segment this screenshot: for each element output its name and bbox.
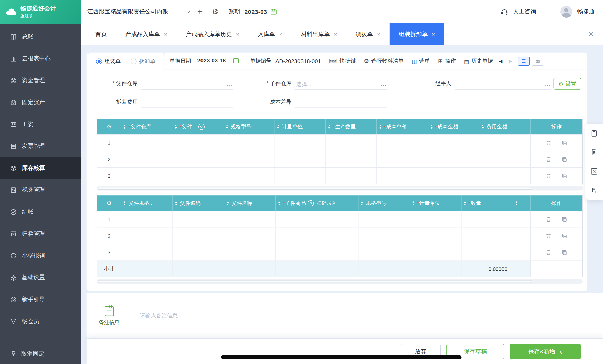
prev-arrow-icon[interactable] [499, 58, 502, 64]
copy-add-row-icon[interactable] [562, 233, 567, 239]
delete-row-icon[interactable] [546, 140, 551, 146]
table-cell[interactable] [121, 228, 173, 244]
copy-add-row-icon[interactable] [562, 140, 567, 146]
handler-input[interactable] [455, 81, 551, 89]
table-cell[interactable] [462, 228, 513, 244]
horizontal-scrollbar[interactable] [97, 279, 583, 284]
settings-button[interactable]: 设置 [553, 78, 581, 90]
table-cell[interactable] [172, 135, 223, 151]
child-warehouse-input[interactable] [295, 81, 387, 89]
document-lines-icon[interactable] [590, 148, 598, 156]
copy-add-row-icon[interactable] [562, 157, 567, 162]
support-link[interactable]: 人工咨询 [513, 8, 536, 15]
sort-icon[interactable] [123, 125, 126, 129]
sort-icon[interactable] [464, 201, 466, 205]
delete-row-icon[interactable] [546, 216, 551, 222]
table-cell[interactable] [274, 151, 326, 167]
sidebar-item-salary[interactable]: 工资 [0, 113, 81, 135]
table-cell[interactable] [173, 211, 224, 228]
sort-icon[interactable] [227, 201, 229, 205]
sort-icon[interactable] [482, 125, 484, 129]
table-cell[interactable] [377, 151, 428, 167]
table-cell[interactable] [377, 168, 428, 184]
column-header[interactable]: 费用金额 [479, 119, 531, 134]
column-header[interactable]: 计量单位 [274, 119, 326, 134]
list-view-button[interactable] [518, 57, 530, 66]
table-cell[interactable] [410, 244, 462, 261]
sidebar-item-tax[interactable]: 税务管理 [0, 179, 81, 201]
disassembly-fee-input[interactable] [141, 99, 233, 107]
radio-disassemble[interactable]: 拆卸单 [131, 58, 155, 65]
close-tab-icon[interactable] [334, 32, 337, 37]
period-value[interactable]: 2023-03 [245, 9, 267, 15]
close-tab-icon[interactable] [377, 32, 380, 37]
column-header[interactable]: *子件商品扫码录入 [276, 195, 358, 211]
calendar-icon[interactable] [233, 57, 239, 64]
sidebar-item-inventory[interactable]: 库存核算 [0, 157, 81, 179]
table-cell[interactable] [428, 135, 479, 151]
sidebar-item-settings[interactable]: 基础设置 [0, 267, 81, 289]
scrollbar-thumb[interactable] [98, 280, 532, 283]
tab-home[interactable]: 首页 [86, 23, 116, 45]
tab-finished-goods-inbound[interactable]: 产成品入库单 [116, 23, 177, 45]
table-cell[interactable] [513, 244, 531, 261]
sidebar-item-funds[interactable]: 资金管理 [0, 70, 81, 92]
sort-icon[interactable] [278, 201, 280, 205]
column-header-stub[interactable] [513, 195, 531, 211]
table-cell[interactable] [276, 211, 358, 228]
table-cell[interactable] [513, 211, 531, 228]
table-cell[interactable] [479, 168, 531, 184]
delete-row-icon[interactable] [546, 157, 551, 162]
operations-button[interactable]: 操作 [438, 58, 456, 64]
table-cell[interactable] [173, 244, 224, 261]
sidebar-item-archive[interactable]: 归档管理 [0, 223, 81, 245]
parent-warehouse-input[interactable] [141, 81, 233, 89]
table-cell[interactable] [274, 135, 326, 151]
more-options-icon[interactable] [227, 82, 233, 88]
sidebar-unpin[interactable]: 取消固定 [0, 344, 81, 364]
horizontal-scrollbar[interactable] [97, 186, 583, 191]
table-cell[interactable] [276, 244, 358, 261]
tab-transfer-order[interactable]: 调拨单 [346, 23, 390, 45]
column-header[interactable]: 规格型号 [223, 119, 275, 134]
scan-entry-hint[interactable]: 扫码录入 [317, 200, 336, 207]
select-bom-button[interactable]: 选择物料清单 [364, 58, 404, 64]
table-cell[interactable] [479, 135, 531, 151]
sidebar-item-closing[interactable]: 结账 [0, 201, 81, 223]
table-cell[interactable] [121, 211, 173, 228]
more-options-icon[interactable] [545, 82, 551, 88]
scrollbar-thumb[interactable] [98, 187, 532, 190]
table-cell[interactable] [428, 168, 479, 184]
delete-row-icon[interactable] [546, 173, 551, 179]
column-header[interactable]: 父件规格... [121, 195, 173, 211]
sort-icon[interactable] [515, 201, 518, 205]
table-cell[interactable] [173, 228, 224, 244]
sort-icon[interactable] [328, 125, 330, 129]
tools-icon[interactable] [590, 167, 598, 175]
sidebar-item-expense[interactable]: 小畅报销 [0, 245, 81, 267]
save-and-new-button[interactable]: 保存&新增 [510, 344, 581, 359]
sort-icon[interactable] [361, 201, 363, 205]
sidebar-item-invoice[interactable]: 发票管理 [0, 135, 81, 157]
column-settings[interactable] [97, 195, 121, 211]
close-all-tabs-icon[interactable] [588, 30, 595, 39]
close-tab-icon[interactable] [236, 32, 239, 37]
table-cell[interactable] [172, 151, 223, 167]
column-header[interactable]: *成本单价 [377, 119, 428, 134]
table-cell[interactable] [223, 151, 275, 167]
column-header[interactable]: 父件名称 [224, 195, 276, 211]
table-cell[interactable] [274, 168, 326, 184]
copy-add-row-icon[interactable] [562, 173, 567, 179]
table-cell[interactable] [358, 244, 410, 261]
table-cell[interactable] [358, 228, 410, 244]
column-settings[interactable] [97, 119, 121, 134]
table-cell[interactable] [326, 151, 377, 167]
chevron-up-icon[interactable] [559, 348, 562, 355]
table-cell[interactable] [428, 151, 479, 167]
user-avatar[interactable] [560, 6, 572, 18]
sort-icon[interactable] [277, 125, 279, 129]
table-cell[interactable] [121, 135, 172, 151]
doc-date-input[interactable] [196, 57, 232, 64]
settings-gear-icon[interactable] [212, 7, 218, 16]
column-header[interactable]: *父件仓库 [121, 119, 172, 134]
